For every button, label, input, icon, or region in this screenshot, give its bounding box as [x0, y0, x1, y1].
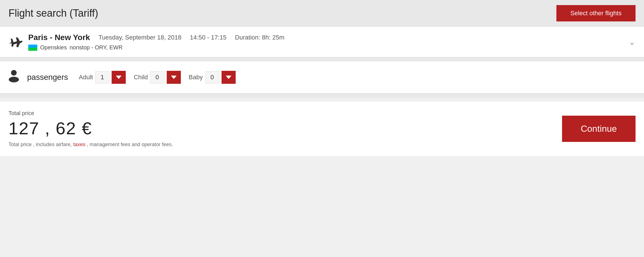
separator-2	[0, 94, 644, 98]
price-note-pre: Total price , includes airfare,	[8, 142, 72, 147]
child-label: Child	[134, 74, 148, 81]
baby-label: Baby	[189, 74, 203, 81]
adult-label: Adult	[79, 74, 93, 81]
price-note-post: , management fees and operator fees.	[87, 142, 173, 147]
flight-details: Paris - New York Tuesday, September 18, …	[28, 33, 284, 51]
separator-1	[0, 58, 644, 61]
price-section: Total price 127 , 62 € Total price , inc…	[0, 102, 644, 156]
select-other-flights-button[interactable]: Select other flights	[556, 5, 636, 21]
header: Flight search (Tariff) Select other flig…	[0, 0, 644, 27]
baby-count: 0	[205, 71, 219, 84]
child-dropdown-button[interactable]	[167, 71, 181, 84]
price-value: 127 , 62 €	[8, 118, 173, 138]
flight-main-row: Paris - New York Tuesday, September 18, …	[28, 33, 284, 42]
flight-time: 14:50 - 17:15	[190, 34, 227, 41]
flight-date: Tuesday, September 18, 2018	[98, 34, 181, 41]
flight-left: Paris - New York Tuesday, September 18, …	[8, 33, 284, 51]
flight-sub-row: Openskies nonstop - ORY, EWR	[28, 44, 284, 51]
flight-info-section: Paris - New York Tuesday, September 18, …	[0, 27, 644, 58]
flight-route: Paris - New York	[28, 33, 90, 42]
adult-dropdown-arrow-icon	[116, 76, 122, 79]
taxes-link[interactable]: taxes	[73, 142, 85, 147]
svg-point-0	[11, 70, 17, 76]
price-note: Total price , includes airfare, taxes , …	[8, 142, 173, 148]
passengers-label: passengers	[27, 73, 68, 82]
baby-dropdown-arrow-icon	[226, 76, 231, 79]
child-count: 0	[150, 71, 164, 84]
page-title: Flight search (Tariff)	[8, 7, 98, 19]
person-icon	[8, 69, 19, 85]
adult-dropdown-button[interactable]	[112, 71, 126, 84]
price-info: Total price 127 , 62 € Total price , inc…	[8, 110, 173, 148]
baby-dropdown-button[interactable]	[222, 71, 236, 84]
airline-logo	[28, 45, 37, 51]
child-dropdown-arrow-icon	[171, 76, 177, 79]
airline-name: Openskies	[40, 44, 67, 51]
continue-button[interactable]: Continue	[562, 116, 636, 142]
plane-icon	[8, 36, 23, 48]
flight-expand-icon[interactable]: ⌄	[628, 37, 636, 47]
total-price-label: Total price	[8, 110, 173, 117]
adult-group: Adult 1	[79, 71, 126, 84]
child-group: Child 0	[134, 71, 181, 84]
adult-count: 1	[95, 71, 109, 84]
flight-stops: nonstop - ORY, EWR	[70, 44, 123, 51]
passengers-section: passengers Adult 1 Child 0 Baby 0	[0, 61, 644, 94]
baby-group: Baby 0	[189, 71, 236, 84]
flight-duration: Duration: 8h: 25m	[235, 34, 285, 41]
svg-point-1	[9, 77, 19, 82]
